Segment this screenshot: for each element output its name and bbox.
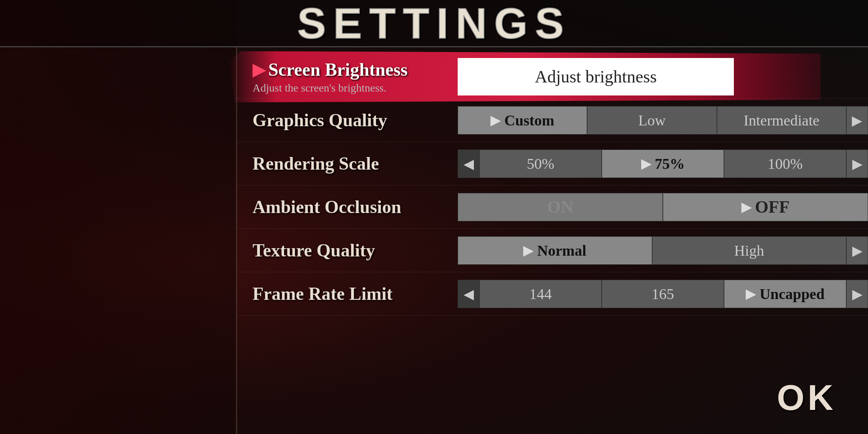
right-arrow-rendering-scale[interactable]: ▶ (846, 150, 868, 178)
right-arrow-texture-quality[interactable]: ▶ (846, 236, 868, 265)
option-btn-75pct[interactable]: ▶75% (602, 150, 724, 178)
left-arrow-frame-rate-limit[interactable]: ◀ (458, 280, 479, 308)
setting-row-texture-quality[interactable]: Texture Quality▶NormalHigh▶ (237, 229, 868, 272)
option-group-graphics-quality: ▶CustomLowIntermediate▶ (458, 106, 868, 135)
action-button-screen-brightness[interactable]: Adjust brightness (458, 58, 734, 95)
setting-label-texture-quality: Texture Quality (253, 240, 375, 261)
right-arrow-frame-rate-limit[interactable]: ▶ (846, 280, 868, 308)
option-label-Intermediate: Intermediate (744, 112, 819, 129)
option-btn-uncapped[interactable]: ▶Uncapped (724, 280, 846, 308)
option-selected-arrow-icon: ▶ (490, 113, 500, 128)
title-area: SETTINGS (0, 0, 868, 47)
setting-label-screen-brightness: Screen Brightness (268, 59, 408, 80)
option-area-rendering-scale: ◀50%▶75%100%▶ (458, 150, 868, 178)
option-label-144: 144 (529, 285, 552, 303)
option-btn-high[interactable]: High (652, 236, 847, 265)
option-label-Custom: Custom (504, 112, 554, 129)
setting-label-area-texture-quality: Texture Quality (237, 240, 458, 261)
left-chevron-icon: ◀ (464, 156, 474, 172)
option-label-High: High (734, 242, 764, 259)
right-chevron-icon: ▶ (852, 156, 862, 172)
setting-label-area-ambient-occlusion: Ambient Occlusion (237, 196, 458, 217)
ok-area: OK (777, 378, 836, 418)
option-btn-144[interactable]: 144 (479, 280, 602, 308)
setting-label-frame-rate-limit: Frame Rate Limit (253, 283, 393, 304)
option-btn-50pct[interactable]: 50% (479, 150, 602, 178)
option-selected-arrow-icon: ▶ (641, 156, 651, 171)
setting-label-area-screen-brightness: ▶Screen BrightnessAdjust the screen's br… (237, 59, 458, 94)
setting-label-graphics-quality: Graphics Quality (253, 110, 387, 131)
right-arrow-graphics-quality[interactable]: ▶ (846, 106, 868, 135)
option-group-texture-quality: ▶NormalHigh▶ (458, 236, 868, 265)
option-label-Uncapped: Uncapped (760, 285, 825, 303)
ok-button[interactable]: OK (777, 378, 836, 418)
option-btn-165[interactable]: 165 (602, 280, 724, 308)
settings-list: ▶Screen BrightnessAdjust the screen's br… (237, 47, 868, 316)
option-arrow-icon: ▶ (741, 200, 751, 215)
option-selected-arrow-icon: ▶ (523, 243, 533, 258)
option-area-screen-brightness: Adjust brightness (458, 58, 868, 95)
setting-row-ambient-occlusion[interactable]: Ambient OcclusionON▶OFF (237, 185, 868, 229)
right-chevron-icon: ▶ (852, 112, 862, 128)
option-group-rendering-scale: ◀50%▶75%100%▶ (458, 150, 868, 178)
setting-label-area-frame-rate-limit: Frame Rate Limit (237, 283, 458, 304)
option-area-frame-rate-limit: ◀144165▶Uncapped▶ (458, 280, 868, 308)
setting-row-graphics-quality[interactable]: Graphics Quality▶CustomLowIntermediate▶ (237, 99, 868, 142)
option-label-Low: Low (638, 112, 666, 129)
setting-sublabel-screen-brightness: Adjust the screen's brightness. (253, 82, 442, 94)
option-area-ambient-occlusion: ON▶OFF (458, 193, 868, 221)
option-btn-normal[interactable]: ▶Normal (458, 236, 652, 265)
settings-panel: ▶Screen BrightnessAdjust the screen's br… (0, 47, 868, 434)
toggle-label-ON: ON (547, 197, 573, 217)
toggle-label-OFF: OFF (755, 197, 790, 217)
option-label-50%: 50% (527, 155, 554, 172)
setting-row-rendering-scale[interactable]: Rendering Scale◀50%▶75%100%▶ (237, 142, 868, 185)
option-label-100%: 100% (768, 155, 803, 172)
toggle-group-ambient-occlusion: ON▶OFF (458, 193, 868, 221)
setting-row-screen-brightness[interactable]: ▶Screen BrightnessAdjust the screen's br… (237, 55, 868, 99)
toggle-option-off[interactable]: ▶OFF (663, 193, 868, 221)
option-btn-intermediate[interactable]: Intermediate (717, 106, 846, 135)
option-selected-arrow-icon: ▶ (746, 286, 756, 301)
selected-arrow-icon: ▶ (253, 60, 265, 79)
option-area-texture-quality: ▶NormalHigh▶ (458, 236, 868, 265)
setting-row-frame-rate-limit[interactable]: Frame Rate Limit◀144165▶Uncapped▶ (237, 272, 868, 316)
page-title: SETTINGS (297, 0, 571, 47)
option-btn-low[interactable]: Low (587, 106, 716, 135)
setting-label-ambient-occlusion: Ambient Occlusion (253, 196, 401, 217)
main-content: SETTINGS ▶Screen BrightnessAdjust the sc… (0, 0, 868, 434)
separator-line (236, 47, 237, 434)
left-arrow-rendering-scale[interactable]: ◀ (458, 150, 479, 178)
right-chevron-icon: ▶ (852, 243, 862, 258)
setting-label-rendering-scale: Rendering Scale (253, 153, 379, 174)
option-area-graphics-quality: ▶CustomLowIntermediate▶ (458, 106, 868, 135)
option-label-Normal: Normal (537, 242, 586, 259)
option-label-75%: 75% (655, 155, 685, 172)
option-group-frame-rate-limit: ◀144165▶Uncapped▶ (458, 280, 868, 308)
setting-label-area-graphics-quality: Graphics Quality (237, 110, 458, 131)
option-btn-custom[interactable]: ▶Custom (458, 106, 587, 135)
option-label-165: 165 (652, 285, 674, 303)
option-btn-100pct[interactable]: 100% (724, 150, 846, 178)
left-chevron-icon: ◀ (464, 286, 474, 302)
setting-label-area-rendering-scale: Rendering Scale (237, 153, 458, 174)
toggle-option-on[interactable]: ON (458, 193, 663, 221)
right-chevron-icon: ▶ (852, 286, 862, 302)
